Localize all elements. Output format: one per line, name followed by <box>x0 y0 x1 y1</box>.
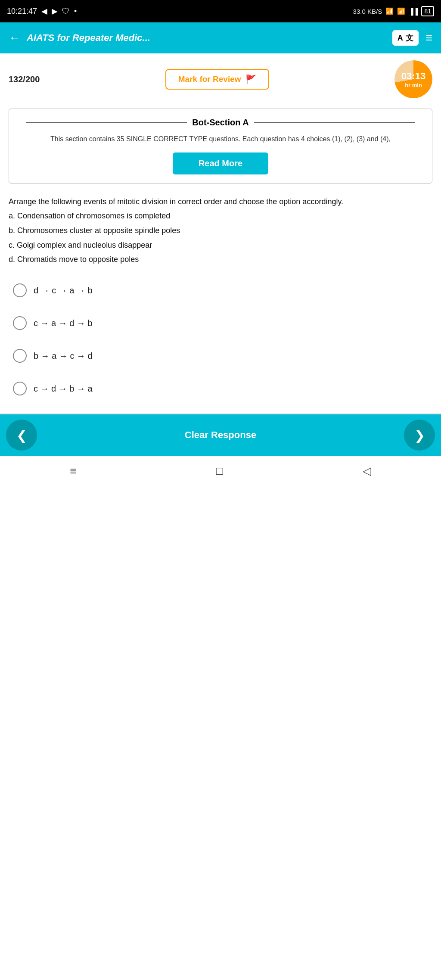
battery-indicator: 81 <box>421 6 434 16</box>
clear-response-button[interactable]: Clear Response <box>41 422 400 448</box>
play-icon: ▶ <box>52 6 58 16</box>
nav-bar: ← AIATS for Repeater Medic... A 文 ≡ <box>0 22 441 53</box>
option-3[interactable]: b → a → c → d <box>9 339 432 372</box>
option-3-radio[interactable] <box>13 349 27 363</box>
option-1-label: d → c → a → b <box>34 286 93 296</box>
nav-arrow-icon: ◀ <box>41 6 47 16</box>
lang-a-label: A <box>398 34 403 43</box>
signal-icon: 📶 <box>397 7 405 15</box>
option-2[interactable]: c → a → d → b <box>9 307 432 339</box>
time-display: 10:21:47 <box>7 7 37 16</box>
next-button[interactable]: ❯ <box>404 420 435 451</box>
option-2-label: c → a → d → b <box>34 318 93 328</box>
timer-circle: 03:13 hr min <box>394 60 432 98</box>
hamburger-menu-icon[interactable]: ≡ <box>425 31 432 45</box>
section-title: Bot-Section A <box>21 118 420 128</box>
option-3-label: b → a → c → d <box>34 351 93 361</box>
prev-button[interactable]: ❮ <box>6 420 37 451</box>
nav-title: AIATS for Repeater Medic... <box>27 32 392 44</box>
status-left: 10:21:47 ◀ ▶ 🛡 • <box>7 6 77 16</box>
sub-header: 132/200 Mark for Review 🚩 03:13 hr min <box>0 53 441 105</box>
dot-icon: • <box>74 7 77 16</box>
option-4-radio[interactable] <box>13 382 27 395</box>
mark-review-label: Mark for Review <box>178 75 241 84</box>
option-4[interactable]: c → d → b → a <box>9 372 432 405</box>
system-menu-icon[interactable]: ≡ <box>70 464 76 478</box>
section-description: This section contains 35 SINGLE CORRECT … <box>21 134 420 145</box>
system-home-icon[interactable]: □ <box>216 464 223 478</box>
next-icon: ❯ <box>414 428 425 443</box>
question-item-a: a. Condensation of chromosomes is comple… <box>9 210 432 223</box>
mark-review-button[interactable]: Mark for Review 🚩 <box>165 69 269 90</box>
back-button[interactable]: ← <box>9 31 21 45</box>
flag-icon: 🚩 <box>245 74 256 84</box>
bottom-bar: ❮ Clear Response ❯ <box>0 414 441 456</box>
prev-icon: ❮ <box>16 428 27 443</box>
timer-label: hr min <box>405 82 422 88</box>
system-back-icon[interactable]: ◁ <box>363 464 371 478</box>
wifi-icon: 📶 <box>385 7 394 15</box>
question-item-c: c. Golgi complex and nucleolus disappear <box>9 239 432 252</box>
section-box: Bot-Section A This section contains 35 S… <box>9 109 432 184</box>
lang-separator: 文 <box>406 33 413 43</box>
status-right: 33.0 KB/S 📶 📶 ▐▐ 81 <box>353 6 434 16</box>
option-1-radio[interactable] <box>13 283 27 297</box>
question-item-b: b. Chromosomes cluster at opposite spind… <box>9 224 432 237</box>
question-item-d: d. Chromatids move to opposite poles <box>9 253 432 266</box>
option-4-label: c → d → b → a <box>34 384 93 394</box>
option-2-radio[interactable] <box>13 316 27 330</box>
signal2-icon: ▐▐ <box>409 8 418 15</box>
read-more-button[interactable]: Read More <box>173 152 268 174</box>
option-1[interactable]: d → c → a → b <box>9 274 432 307</box>
network-speed: 33.0 KB/S <box>353 8 382 15</box>
language-toggle[interactable]: A 文 <box>392 30 419 46</box>
question-text: Arrange the following events of mitotic … <box>9 196 432 266</box>
timer-time: 03:13 <box>401 71 425 82</box>
shield-icon: 🛡 <box>62 7 70 16</box>
question-area: Arrange the following events of mitotic … <box>0 191 441 414</box>
system-nav-bar: ≡ □ ◁ <box>0 456 441 486</box>
options-list: d → c → a → b c → a → d → b b → a → c → … <box>9 274 432 405</box>
question-counter: 132/200 <box>9 75 40 84</box>
status-bar: 10:21:47 ◀ ▶ 🛡 • 33.0 KB/S 📶 📶 ▐▐ 81 <box>0 0 441 22</box>
